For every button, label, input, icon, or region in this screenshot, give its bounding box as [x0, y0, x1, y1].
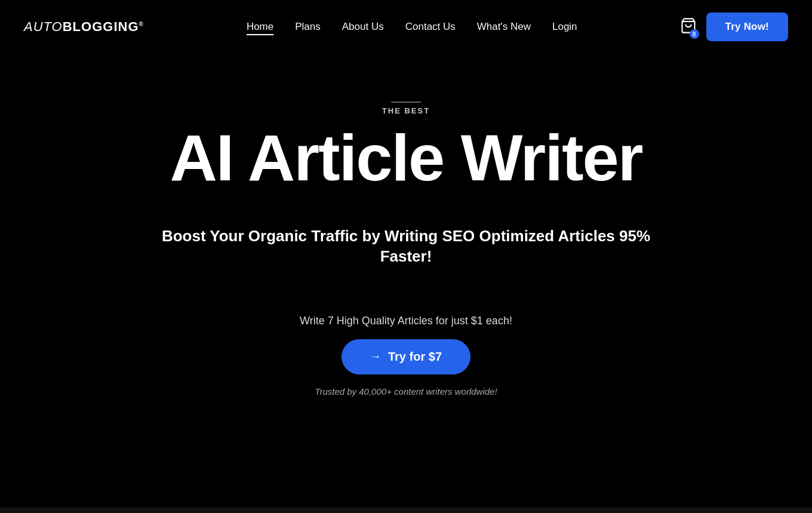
nav-right: 0 Try Now! — [680, 13, 788, 41]
try-now-button[interactable]: Try Now! — [706, 13, 788, 41]
hero-section: THE BEST AI Article Writer Boost Your Or… — [0, 54, 812, 508]
try-for-button[interactable]: → Try for $7 — [342, 339, 470, 374]
hero-subtitle: Boost Your Organic Traffic by Writing SE… — [137, 226, 675, 267]
hero-cta-area: Write 7 High Quality Articles for just $… — [300, 315, 512, 397]
nav-link-about[interactable]: About Us — [342, 21, 384, 33]
bottom-bar — [0, 508, 812, 513]
arrow-icon: → — [370, 351, 381, 363]
the-best-label-group: THE BEST — [382, 102, 430, 115]
navbar: AutoBLOGGING® Home Plans About Us Contac… — [0, 0, 812, 54]
logo[interactable]: AutoBLOGGING® — [24, 19, 144, 35]
hero-title: AI Article Writer — [170, 125, 642, 191]
the-best-text: THE BEST — [382, 106, 430, 115]
nav-link-plans[interactable]: Plans — [295, 21, 321, 33]
nav-link-contact[interactable]: Contact Us — [405, 21, 456, 33]
cart-button[interactable]: 0 — [680, 17, 697, 36]
nav-link-home[interactable]: Home — [247, 21, 273, 33]
logo-text: AutoBLOGGING® — [24, 19, 144, 35]
nav-links: Home Plans About Us Contact Us What's Ne… — [247, 21, 577, 33]
hero-offer-text: Write 7 High Quality Articles for just $… — [300, 315, 512, 327]
trusted-text: Trusted by 40,000+ content writers world… — [315, 386, 497, 397]
nav-link-whats-new[interactable]: What's New — [477, 21, 531, 33]
nav-link-login[interactable]: Login — [552, 21, 577, 33]
decorative-line — [391, 102, 421, 103]
try-for-label: Try for $7 — [388, 350, 442, 364]
cart-count: 0 — [690, 29, 699, 39]
